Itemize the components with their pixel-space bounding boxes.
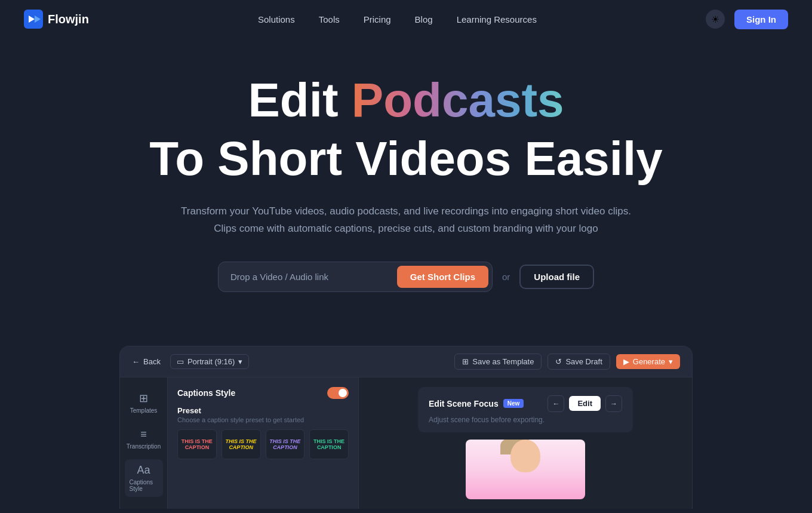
nav-link-blog[interactable]: Blog: [415, 14, 433, 24]
portrait-icon: ▭: [177, 357, 184, 366]
get-short-clips-button[interactable]: Get Short Clips: [397, 266, 488, 288]
transcription-icon: ≡: [140, 428, 147, 441]
generate-icon: ▶: [623, 357, 629, 366]
caption-preset-4-text: This is the caption: [312, 438, 346, 450]
url-input[interactable]: [230, 272, 397, 282]
save-template-icon: ⊞: [462, 357, 469, 366]
hero-title-edit: Edit: [248, 73, 351, 127]
editor-topbar-left: ← Back ▭ Portrait (9:16) ▾: [132, 354, 249, 369]
hero-title-line2: To Short Videos Easily: [149, 133, 663, 185]
nav-links: Solutions Tools Pricing Blog Learning Re…: [258, 14, 537, 24]
save-draft-label: Save Draft: [565, 357, 602, 366]
or-divider: or: [502, 272, 510, 282]
generate-button[interactable]: ▶ Generate ▾: [616, 354, 680, 369]
sidebar-item-templates[interactable]: ⊞ Templates: [125, 387, 163, 419]
back-button[interactable]: ← Back: [132, 357, 161, 366]
hero-title-line1: Edit Podcasts: [248, 74, 564, 127]
generate-label: Generate: [633, 357, 665, 366]
captions-style-label: Captions Style: [130, 479, 158, 492]
editor-preview: ← Back ▭ Portrait (9:16) ▾ ⊞ Save as Tem…: [119, 346, 693, 509]
captions-title: Captions Style: [177, 388, 235, 398]
video-thumbnail: [466, 440, 585, 499]
caption-preset-4[interactable]: This is the caption: [309, 429, 349, 459]
transcription-label: Transcription: [127, 443, 161, 450]
caption-preset-1[interactable]: THIS IS THE CAPTION: [177, 429, 217, 459]
caption-preset-1-text: THIS IS THE CAPTION: [180, 438, 214, 450]
logo-icon: [24, 10, 43, 29]
portrait-chevron-icon: ▾: [238, 357, 242, 366]
caption-presets: THIS IS THE CAPTION THIS IS THE CAPTION …: [177, 429, 349, 459]
nav-link-learning-resources[interactable]: Learning Resources: [457, 14, 537, 24]
logo[interactable]: Flowjin: [24, 10, 89, 29]
input-row: Get Short Clips or Upload file: [218, 262, 594, 292]
theme-toggle-button[interactable]: ☀: [706, 10, 725, 29]
preset-subtitle: Choose a caption style preset to get sta…: [177, 416, 349, 423]
captions-header: Captions Style: [177, 387, 349, 399]
caption-preset-2-text: THIS IS THE CAPTION: [224, 438, 258, 450]
captions-toggle[interactable]: [327, 387, 349, 399]
nav-link-pricing[interactable]: Pricing: [364, 14, 391, 24]
upload-file-button[interactable]: Upload file: [519, 265, 594, 289]
scene-area: Edit Scene Focus New ← Edit → Adjust sce…: [359, 377, 692, 509]
preset-section: Preset Choose a caption style preset to …: [177, 406, 349, 459]
person-silhouette: [502, 440, 549, 499]
caption-preset-3-text: THIS IS THE CAPTION: [269, 438, 302, 450]
url-input-container: Get Short Clips: [218, 262, 493, 292]
scene-edit-button[interactable]: Edit: [569, 396, 601, 411]
nav-right: ☀ Sign In: [706, 10, 788, 29]
sign-in-button[interactable]: Sign In: [734, 10, 788, 29]
person-head: [510, 440, 540, 472]
hero-subtitle: Transform your YouTube videos, audio pod…: [179, 203, 633, 238]
nav-link-tools[interactable]: Tools: [319, 14, 340, 24]
logo-text: Flowjin: [48, 13, 89, 26]
generate-chevron-icon: ▾: [669, 357, 673, 366]
scene-focus-card: Edit Scene Focus New ← Edit → Adjust sce…: [418, 387, 633, 432]
back-label: Back: [143, 357, 161, 366]
editor-sidebar: ⊞ Templates ≡ Transcription Aa Captions …: [120, 377, 168, 509]
captions-panel: Captions Style Preset Choose a caption s…: [168, 377, 359, 509]
scene-nav: ← Edit →: [548, 395, 622, 412]
scene-focus-desc: Adjust scene focus before exporting.: [429, 416, 622, 424]
scene-focus-header: Edit Scene Focus New ← Edit →: [429, 395, 622, 412]
editor-topbar: ← Back ▭ Portrait (9:16) ▾ ⊞ Save as Tem…: [120, 346, 692, 377]
templates-label: Templates: [130, 407, 158, 414]
save-template-label: Save as Template: [472, 357, 534, 366]
portrait-button[interactable]: ▭ Portrait (9:16) ▾: [170, 354, 249, 369]
save-template-button[interactable]: ⊞ Save as Template: [454, 354, 542, 370]
editor-topbar-right: ⊞ Save as Template ↺ Save Draft ▶ Genera…: [454, 354, 680, 370]
scene-focus-title-row: Edit Scene Focus New: [429, 399, 524, 408]
scene-next-button[interactable]: →: [605, 395, 622, 412]
hero-section: Edit Podcasts To Short Videos Easily Tra…: [0, 38, 812, 316]
thumbnail-face: [466, 440, 585, 499]
save-draft-button[interactable]: ↺ Save Draft: [548, 354, 610, 370]
sidebar-item-captions-style[interactable]: Aa Captions Style: [125, 459, 163, 497]
new-badge: New: [503, 399, 524, 408]
back-arrow-icon: ←: [132, 357, 140, 366]
scene-focus-title: Edit Scene Focus: [429, 399, 499, 408]
sidebar-item-transcription[interactable]: ≡ Transcription: [125, 423, 163, 454]
navbar: Flowjin Solutions Tools Pricing Blog Lea…: [0, 0, 812, 38]
portrait-label: Portrait (9:16): [187, 357, 235, 366]
hero-title-podcasts: Podcasts: [352, 73, 564, 127]
captions-style-icon: Aa: [137, 464, 150, 477]
scene-prev-button[interactable]: ←: [548, 395, 564, 412]
caption-preset-3[interactable]: THIS IS THE CAPTION: [266, 429, 305, 459]
templates-icon: ⊞: [139, 392, 148, 405]
preset-title: Preset: [177, 406, 349, 415]
editor-body: ⊞ Templates ≡ Transcription Aa Captions …: [120, 377, 692, 509]
save-draft-icon: ↺: [555, 357, 562, 366]
nav-link-solutions[interactable]: Solutions: [258, 14, 295, 24]
caption-preset-2[interactable]: THIS IS THE CAPTION: [222, 429, 261, 459]
